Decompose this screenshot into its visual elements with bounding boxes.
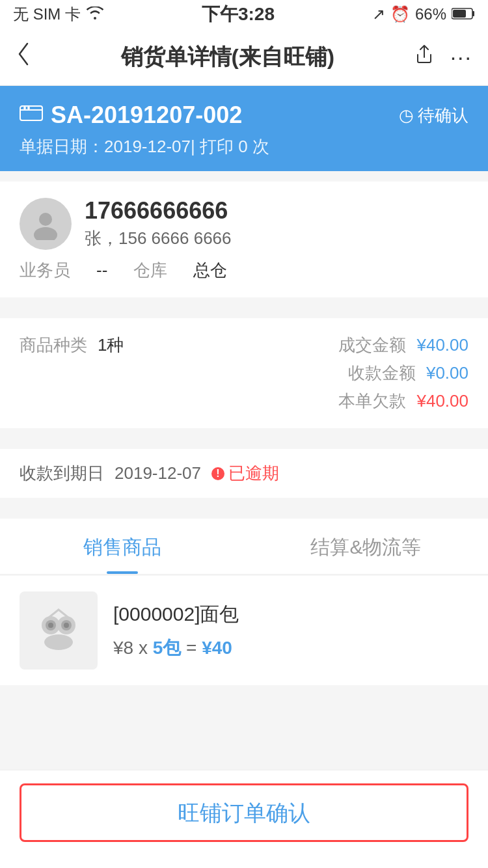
status-bar-left: 无 SIM 卡	[13, 4, 104, 25]
due-date-card: 收款到期日 2019-12-07 ! 已逾期	[0, 449, 488, 498]
due-date-label: 收款到期日	[20, 462, 104, 485]
svg-point-12	[48, 623, 53, 628]
svg-rect-1	[472, 11, 474, 16]
svg-point-6	[39, 213, 52, 226]
wangpu-confirm-button[interactable]: 旺铺订单确认	[20, 783, 468, 842]
warehouse-value: 总仓	[193, 259, 227, 282]
customer-phone: 17666666666	[85, 197, 232, 224]
status-time: 下午3:28	[202, 2, 275, 27]
alarm-icon: ⏰	[390, 5, 410, 23]
salesperson-value: --	[96, 260, 107, 280]
owed-row: 本单欠款 ¥40.00	[338, 390, 468, 413]
deal-amount-row: 成交金额 ¥40.00	[338, 334, 468, 357]
battery-text: 66%	[415, 5, 446, 23]
battery-icon	[452, 5, 475, 23]
no-sim-text: 无 SIM 卡	[13, 4, 81, 25]
status-bar: 无 SIM 卡 下午3:28 ↗ ⏰ 66%	[0, 0, 488, 29]
order-date: 单据日期：2019-12-07| 打印 0 次	[20, 135, 468, 158]
due-date-value: 2019-12-07	[115, 463, 201, 483]
order-header-card: SA-20191207-002 ◷ 待确认 单据日期：2019-12-07| 打…	[0, 86, 488, 171]
clock-icon: ◷	[399, 105, 414, 126]
svg-point-5	[27, 107, 30, 109]
product-card: [0000002]面包 ¥8 x 5包 = ¥40	[0, 576, 488, 685]
order-status: ◷ 待确认	[399, 104, 468, 127]
product-info: [0000002]面包 ¥8 x 5包 = ¥40	[113, 601, 468, 660]
customer-info-card: 17666666666 张，156 6666 6666 业务员 -- 仓库 总仓	[0, 182, 488, 297]
overdue-icon: !	[211, 467, 224, 480]
tab-settlement[interactable]: 结算&物流等	[244, 519, 488, 574]
received-row: 收款金额 ¥0.00	[348, 362, 468, 385]
tab-sales-products[interactable]: 销售商品	[0, 519, 244, 574]
customer-name: 张，156 6666 6666	[85, 227, 232, 250]
svg-rect-2	[453, 10, 466, 18]
product-name: [0000002]面包	[113, 601, 468, 628]
status-bar-right: ↗ ⏰ 66%	[372, 5, 475, 23]
svg-point-7	[34, 227, 57, 240]
page-title: 销货单详情(来自旺铺)	[42, 42, 414, 72]
tabs-bar: 销售商品 结算&物流等	[0, 519, 488, 575]
more-icon[interactable]: ···	[450, 44, 472, 70]
nav-actions: ···	[414, 44, 472, 70]
overdue-badge: ! 已逾期	[211, 462, 279, 485]
svg-point-13	[64, 623, 69, 628]
svg-point-14	[44, 634, 73, 650]
avatar	[20, 198, 72, 250]
category-label: 商品种类	[20, 334, 87, 357]
product-price-row: ¥8 x 5包 = ¥40	[113, 636, 468, 660]
stats-right: 成交金额 ¥40.00 收款金额 ¥0.00 本单欠款 ¥40.00	[338, 334, 468, 413]
warehouse-label: 仓库	[133, 259, 167, 282]
order-id: SA-20191207-002	[20, 102, 242, 129]
share-icon[interactable]	[414, 44, 435, 70]
wifi-icon	[86, 5, 104, 23]
customer-detail-row: 业务员 -- 仓库 总仓	[20, 259, 468, 282]
back-button[interactable]	[16, 41, 42, 73]
category-value: 1种	[98, 334, 124, 357]
stats-card: 商品种类 1种 成交金额 ¥40.00 收款金额 ¥0.00 本单欠款 ¥40.…	[0, 318, 488, 428]
product-image	[20, 591, 98, 670]
bottom-button-area: 旺铺订单确认	[0, 770, 488, 868]
order-icon	[20, 102, 43, 129]
salesperson-label: 业务员	[20, 259, 70, 282]
location-icon: ↗	[372, 5, 385, 23]
svg-point-4	[23, 107, 26, 109]
nav-bar: 销货单详情(来自旺铺) ···	[0, 29, 488, 86]
